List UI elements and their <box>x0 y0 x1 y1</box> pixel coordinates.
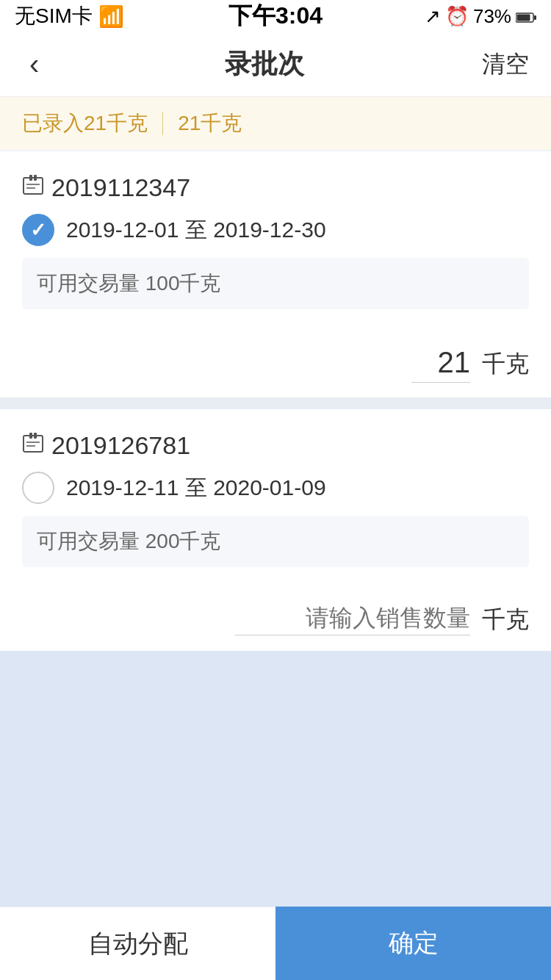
status-left: 无SIM卡 📶 <box>15 2 124 30</box>
battery-icon <box>516 5 536 28</box>
svg-rect-1 <box>517 14 530 21</box>
batch2-input-underline <box>235 605 470 635</box>
wifi-icon: 📶 <box>98 4 124 29</box>
battery-text: 73% <box>473 5 511 28</box>
batch2-date: 2019-12-11 至 2020-01-09 <box>66 473 326 503</box>
info-banner: 已录入21千克 21千克 <box>0 97 551 150</box>
bottom-bar: 自动分配 确定 <box>0 907 551 980</box>
batch2-unit: 千克 <box>482 604 529 636</box>
info-divider <box>162 112 163 135</box>
batch2-radio[interactable] <box>22 472 54 504</box>
svg-rect-3 <box>24 178 43 194</box>
batch2-id: 2019126781 <box>51 431 190 460</box>
content-area: 2019112347 2019-12-01 至 2019-12-30 可用交易量… <box>0 150 551 980</box>
batch1-icon <box>22 175 44 201</box>
location-icon: ↗ <box>425 5 441 28</box>
status-right: ↗ ⏰ 73% <box>425 5 536 28</box>
section-divider <box>0 397 551 409</box>
svg-rect-4 <box>29 175 32 181</box>
batch1-header: 2019112347 <box>22 173 529 202</box>
svg-rect-2 <box>534 15 536 20</box>
status-time: 下午3:04 <box>228 0 323 32</box>
batch1-amount-row: 千克 <box>0 331 551 397</box>
svg-rect-8 <box>24 436 43 452</box>
batch2-input-row: 千克 <box>0 589 551 651</box>
batch2-icon <box>22 433 44 458</box>
batch1-card: 2019112347 2019-12-01 至 2019-12-30 可用交易量… <box>0 151 551 331</box>
batch1-amount-input[interactable] <box>411 346 470 379</box>
info-value: 21千克 <box>178 109 242 137</box>
blue-background-area <box>0 651 551 945</box>
batch1-unit: 千克 <box>482 348 529 381</box>
batch1-date: 2019-12-01 至 2019-12-30 <box>66 215 326 245</box>
clear-button[interactable]: 清空 <box>482 48 529 81</box>
status-bar: 无SIM卡 📶 下午3:04 ↗ ⏰ 73% <box>0 0 551 32</box>
batch1-amount-underline <box>411 346 470 383</box>
page-title: 录批次 <box>225 46 304 82</box>
back-button[interactable]: ‹ <box>22 40 46 88</box>
batch1-id: 2019112347 <box>51 173 190 202</box>
batch1-radio[interactable] <box>22 214 54 246</box>
sim-text: 无SIM卡 <box>15 2 93 30</box>
batch2-available: 可用交易量 200千克 <box>22 516 529 567</box>
batch2-header: 2019126781 <box>22 431 529 460</box>
info-entered-label: 已录入21千克 <box>22 109 148 137</box>
alarm-icon: ⏰ <box>445 5 469 28</box>
svg-rect-9 <box>29 433 32 439</box>
auto-distribute-button[interactable]: 自动分配 <box>0 907 276 980</box>
batch2-quantity-input[interactable] <box>235 605 470 632</box>
batch2-date-row: 2019-12-11 至 2020-01-09 <box>22 472 529 504</box>
nav-bar: ‹ 录批次 清空 <box>0 32 551 97</box>
svg-rect-5 <box>34 175 37 181</box>
batch1-date-row: 2019-12-01 至 2019-12-30 <box>22 214 529 246</box>
batch2-card: 2019126781 2019-12-11 至 2020-01-09 可用交易量… <box>0 409 551 589</box>
svg-rect-10 <box>34 433 37 439</box>
confirm-button[interactable]: 确定 <box>276 907 551 980</box>
batch1-available: 可用交易量 100千克 <box>22 258 529 309</box>
